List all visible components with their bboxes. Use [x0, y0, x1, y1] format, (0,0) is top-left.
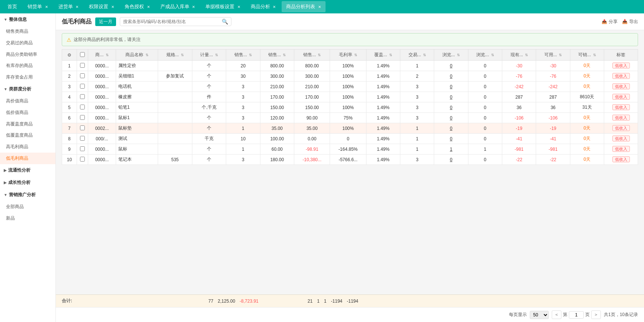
- row-browse1[interactable]: 1: [434, 144, 468, 154]
- sort-sales2[interactable]: ⇅: [283, 53, 286, 57]
- row-checkbox[interactable]: [77, 92, 88, 102]
- row-checkbox[interactable]: [77, 123, 88, 134]
- col-name[interactable]: 商品名称 ⇅: [116, 50, 158, 61]
- row-browse1[interactable]: 0: [434, 71, 468, 82]
- row-name[interactable]: 铅笔1: [116, 102, 158, 113]
- browse1-link[interactable]: 0: [450, 126, 452, 131]
- browse1-link[interactable]: 0: [450, 115, 452, 121]
- row-select-checkbox[interactable]: [80, 125, 85, 130]
- share-btn[interactable]: 📤 分享: [602, 19, 618, 25]
- row-select-checkbox[interactable]: [80, 84, 85, 89]
- nav-sales[interactable]: 销货单 ✕: [23, 1, 52, 12]
- table-row[interactable]: 7 0002... 鼠标垫 个 1 35.00 35.00 100% 1.49%…: [62, 123, 638, 134]
- nav-products-close[interactable]: ✕: [192, 5, 195, 9]
- row-name[interactable]: 鼠标: [116, 144, 158, 154]
- sort-stock3[interactable]: ⇅: [593, 53, 596, 57]
- table-container[interactable]: ⚙ 商... ⇅ 商品名称 ⇅ 规格... ⇅ 计量... ⇅ 销售... ⇅ …: [62, 49, 638, 294]
- sidebar-section-circulation[interactable]: ▶ 流通性分析: [0, 164, 55, 176]
- nav-sales-close[interactable]: ✕: [45, 5, 48, 9]
- browse1-link[interactable]: 0: [450, 157, 452, 162]
- browse1-link[interactable]: 0: [450, 136, 452, 141]
- select-all-checkbox[interactable]: [80, 52, 85, 57]
- browse1-link[interactable]: 0: [450, 105, 452, 110]
- row-browse1[interactable]: 0: [434, 61, 468, 71]
- row-browse1[interactable]: 0: [434, 82, 468, 92]
- row-select-checkbox[interactable]: [80, 73, 85, 78]
- time-filter-btn[interactable]: 近一月: [95, 17, 116, 26]
- row-select-checkbox[interactable]: [80, 136, 85, 141]
- table-row[interactable]: 10 0000... 笔记本 535 个 3 180.00 -10,380...…: [62, 154, 638, 165]
- sidebar-item-high-margin[interactable]: 高毛利商品: [0, 141, 55, 153]
- search-input[interactable]: [123, 19, 222, 24]
- row-name[interactable]: 鼠标1: [116, 113, 158, 123]
- sort-margin[interactable]: ⇅: [354, 53, 357, 57]
- row-select-checkbox[interactable]: [80, 105, 85, 109]
- row-name[interactable]: 吴细细1: [116, 71, 158, 82]
- table-row[interactable]: 4 0000... 橡皮擦 件 3 170.00 170.00 100% 1.4…: [62, 92, 638, 102]
- sidebar-section-growth[interactable]: ▶ 成长性分析: [0, 176, 55, 189]
- sort-sales1[interactable]: ⇅: [249, 53, 252, 57]
- col-unit[interactable]: 计量... ⇅: [192, 50, 226, 61]
- table-row[interactable]: 2 0000... 吴细细1 参加复试 个 30 300.00 300.00 1…: [62, 71, 638, 82]
- page-number-input[interactable]: [569, 311, 584, 319]
- sidebar-item-low-coverage[interactable]: 低覆盖度商品: [0, 130, 55, 141]
- row-select-checkbox[interactable]: [80, 115, 85, 120]
- nav-analysis-list[interactable]: 商品分析列表 ✕: [282, 1, 326, 12]
- nav-analysis[interactable]: 商品分析 ✕: [246, 1, 281, 12]
- next-page-btn[interactable]: ＞: [591, 310, 601, 319]
- sidebar-item-stock-capital[interactable]: 库存资金占用: [0, 71, 55, 83]
- sidebar-section-marketing[interactable]: ▼ 营销推广分析: [0, 189, 55, 201]
- sort-sales3[interactable]: ⇅: [318, 53, 321, 57]
- sort-browse2[interactable]: ⇅: [491, 53, 494, 57]
- col-browse2[interactable]: 浏览... ⇅: [468, 50, 502, 61]
- col-sales1[interactable]: 销售... ⇅: [226, 50, 260, 61]
- col-coverage[interactable]: 覆盖... ⇅: [366, 50, 400, 61]
- col-sales3[interactable]: 销售... ⇅: [294, 50, 330, 61]
- nav-roles[interactable]: 角色授权 ✕: [120, 1, 154, 12]
- nav-products[interactable]: 产成品入库单 ✕: [156, 1, 200, 12]
- nav-home[interactable]: 首页: [3, 1, 22, 12]
- sidebar-section-group[interactable]: ▼ 类群度分析: [0, 83, 55, 95]
- row-checkbox[interactable]: [77, 71, 88, 82]
- sidebar-item-low-margin[interactable]: 低毛利商品: [0, 153, 55, 164]
- row-browse1[interactable]: 0: [434, 154, 468, 165]
- row-browse1[interactable]: 0: [434, 134, 468, 144]
- sort-code[interactable]: ⇅: [106, 53, 109, 57]
- nav-roles-close[interactable]: ✕: [147, 5, 150, 9]
- browse1-link[interactable]: 0: [450, 84, 452, 89]
- nav-analysis-list-close[interactable]: ✕: [318, 5, 321, 9]
- row-checkbox[interactable]: [77, 61, 88, 71]
- row-name[interactable]: 属性定价: [116, 61, 158, 71]
- prev-page-btn[interactable]: ＜: [552, 310, 561, 319]
- row-select-checkbox[interactable]: [80, 157, 85, 162]
- nav-permissions[interactable]: 权限设置 ✕: [84, 1, 119, 12]
- sort-stock2[interactable]: ⇅: [559, 53, 562, 57]
- per-page-select[interactable]: 50 20 100: [530, 311, 549, 319]
- row-checkbox[interactable]: [77, 113, 88, 123]
- export-btn[interactable]: 📥 导出: [622, 19, 638, 25]
- sidebar-item-in-stock[interactable]: 有库存的商品: [0, 60, 55, 71]
- col-trade[interactable]: 交易... ⇅: [400, 50, 434, 61]
- row-name[interactable]: 测试: [116, 134, 158, 144]
- table-row[interactable]: 3 0000... 电话机 个 3 210.00 210.00 100% 1.4…: [62, 82, 638, 92]
- col-stock1[interactable]: 现有... ⇅: [502, 50, 536, 61]
- row-checkbox[interactable]: [77, 82, 88, 92]
- nav-purchase[interactable]: 进货单 ✕: [54, 1, 83, 12]
- table-row[interactable]: 8 000/... 测试 千克 10 100.00 0.00 0 1.49% 1…: [62, 134, 638, 144]
- row-checkbox[interactable]: [77, 154, 88, 165]
- nav-analysis-close[interactable]: ✕: [273, 5, 276, 9]
- sidebar-item-all-goods[interactable]: 全部商品: [0, 201, 55, 213]
- row-name[interactable]: 笔记本: [116, 154, 158, 165]
- browse1-link[interactable]: 0: [450, 95, 452, 100]
- row-name[interactable]: 橡皮擦: [116, 92, 158, 102]
- row-browse1[interactable]: 0: [434, 102, 468, 113]
- row-browse1[interactable]: 0: [434, 92, 468, 102]
- row-name[interactable]: 鼠标垫: [116, 123, 158, 134]
- browse1-link[interactable]: 1: [450, 147, 452, 152]
- col-tags[interactable]: 标签: [604, 50, 638, 61]
- sidebar-item-high-coverage[interactable]: 高覆盖度商品: [0, 118, 55, 130]
- row-select-checkbox[interactable]: [80, 94, 85, 99]
- col-margin[interactable]: 毛利率 ⇅: [330, 50, 366, 61]
- sort-unit[interactable]: ⇅: [215, 53, 218, 57]
- row-checkbox[interactable]: [77, 102, 88, 113]
